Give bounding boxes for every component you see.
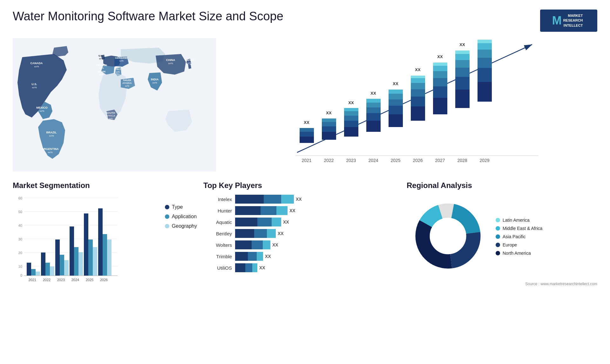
- svg-text:2023: 2023: [346, 158, 356, 163]
- player-bar-bentley: XX: [235, 229, 400, 238]
- svg-rect-81: [478, 40, 492, 43]
- svg-text:2024: 2024: [71, 278, 79, 282]
- seg-legend: Type Application Geography: [165, 195, 197, 229]
- player-name-trimble: Trimble: [203, 254, 232, 259]
- svg-text:xx%: xx%: [99, 67, 104, 69]
- donut-container: [407, 195, 489, 279]
- player-row-wolters: Wolters XX: [203, 240, 400, 249]
- svg-text:2021: 2021: [29, 278, 36, 282]
- svg-rect-79: [478, 50, 492, 58]
- player-row-bentley: Bentley XX: [203, 229, 400, 238]
- reg-legend-north-america: North America: [496, 251, 542, 256]
- svg-rect-112: [45, 263, 50, 276]
- svg-text:2026: 2026: [413, 158, 423, 163]
- growth-chart: XX 2021 XX 2022 XX 2023 XX 2024: [226, 38, 597, 172]
- svg-rect-32: [344, 121, 358, 127]
- bottom-section: Market Segmentation 60 50 40 30 20 10 0: [13, 181, 597, 286]
- svg-text:2023: 2023: [57, 278, 65, 282]
- legend-application-label: Application: [172, 214, 197, 219]
- player-row-trimble: Trimble XX: [203, 252, 400, 261]
- svg-rect-105: [27, 263, 31, 276]
- asia-pacific-dot: [496, 234, 500, 239]
- donut-svg: [407, 195, 489, 277]
- player-name-hunter: Hunter: [203, 208, 232, 213]
- player-bar-hunter: XX: [235, 206, 400, 215]
- map-label-china: CHINA: [166, 58, 175, 62]
- svg-rect-26: [322, 126, 336, 132]
- svg-text:xx%: xx%: [32, 86, 37, 89]
- svg-rect-122: [107, 239, 112, 276]
- svg-rect-27: [322, 122, 336, 126]
- svg-text:XX: XX: [348, 100, 354, 105]
- svg-text:0: 0: [20, 273, 22, 277]
- svg-rect-35: [344, 108, 358, 111]
- key-players-title: Top Key Players: [203, 181, 400, 190]
- north-america-dot: [496, 251, 500, 255]
- page-header: Water Monitoring Software Market Size an…: [13, 10, 597, 32]
- player-xx-trimble: XX: [265, 254, 271, 259]
- svg-text:30: 30: [18, 237, 22, 241]
- mea-dot: [496, 226, 500, 231]
- top-section: CANADA xx% U.S. xx% MEXICO xx% BRAZIL xx…: [13, 38, 597, 172]
- svg-rect-21: [300, 132, 314, 137]
- growth-chart-svg: XX 2021 XX 2022 XX 2023 XX 2024: [226, 38, 597, 172]
- svg-text:XX: XX: [326, 111, 332, 115]
- svg-text:xx%: xx%: [125, 85, 129, 87]
- svg-text:AFRICA: AFRICA: [106, 114, 115, 117]
- svg-rect-76: [478, 82, 492, 102]
- map-label-spain: SPAIN: [98, 70, 105, 73]
- map-label-us: U.S.: [31, 83, 37, 86]
- player-bar-wolters: XX: [235, 240, 400, 249]
- svg-rect-49: [389, 90, 403, 94]
- player-xx-wolters: XX: [272, 242, 278, 247]
- segmentation-title: Market Segmentation: [13, 181, 197, 190]
- svg-rect-46: [389, 106, 403, 114]
- svg-rect-64: [433, 66, 447, 71]
- svg-text:2024: 2024: [368, 158, 378, 163]
- svg-text:40: 40: [18, 224, 22, 227]
- player-name-intelex: Intelex: [203, 197, 232, 202]
- svg-rect-20: [300, 137, 314, 143]
- svg-rect-68: [455, 90, 470, 108]
- svg-text:xx%: xx%: [39, 110, 44, 112]
- latin-america-label: Latin America: [503, 218, 530, 223]
- regional-title: Regional Analysis: [407, 181, 597, 190]
- svg-rect-118: [50, 266, 54, 276]
- map-label-uk: U.K.: [98, 54, 104, 57]
- seg-svg-container: 60 50 40 30 20 10 0 2021: [13, 195, 159, 285]
- player-xx-hunter: XX: [289, 208, 295, 213]
- svg-rect-80: [478, 43, 492, 50]
- logo-m-icon: M: [552, 14, 562, 27]
- svg-rect-108: [70, 226, 74, 276]
- svg-text:XX: XX: [393, 81, 398, 86]
- svg-rect-39: [366, 113, 381, 121]
- svg-rect-45: [389, 114, 403, 127]
- svg-text:xx%: xx%: [152, 81, 157, 84]
- source-text: Source : www.marketresearchintellect.com: [407, 282, 597, 286]
- svg-text:xx%: xx%: [187, 62, 191, 64]
- map-label-southafrica: SOUTH: [106, 111, 115, 114]
- svg-text:xx%: xx%: [119, 60, 123, 62]
- svg-text:2028: 2028: [457, 158, 467, 163]
- page-title: Water Monitoring Software Market Size an…: [13, 10, 283, 23]
- svg-rect-115: [88, 239, 93, 276]
- svg-text:2022: 2022: [43, 278, 51, 282]
- asia-pacific-label: Asia Pacific: [503, 234, 525, 239]
- legend-type-label: Type: [172, 204, 183, 210]
- svg-rect-77: [478, 68, 492, 82]
- svg-rect-61: [433, 86, 447, 98]
- player-row-hunter: Hunter XX: [203, 206, 400, 215]
- svg-rect-60: [433, 98, 447, 114]
- player-name-bentley: Bentley: [203, 231, 232, 236]
- map-label-india: INDIA: [151, 78, 159, 81]
- svg-text:XX: XX: [437, 54, 443, 59]
- svg-text:50: 50: [18, 210, 22, 214]
- player-name-utilios: UtiliOS: [203, 265, 232, 271]
- svg-point-130: [430, 218, 466, 254]
- reg-legend-europe: Europe: [496, 242, 542, 247]
- svg-text:xx%: xx%: [34, 65, 39, 68]
- svg-rect-114: [74, 247, 78, 276]
- svg-rect-38: [366, 121, 381, 132]
- svg-rect-71: [455, 60, 470, 68]
- svg-rect-70: [455, 68, 470, 77]
